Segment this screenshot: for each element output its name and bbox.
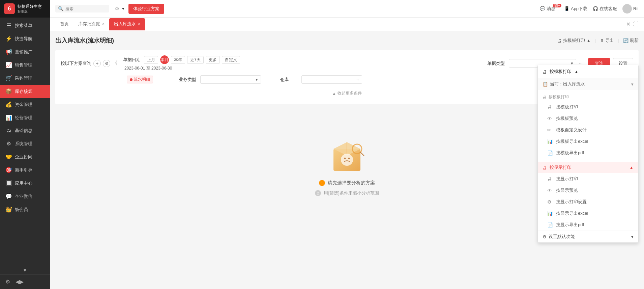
message-icon: 💬 xyxy=(540,6,545,11)
sidebar-item-quick-nav[interactable]: ⚡ 快捷导航 xyxy=(0,32,50,45)
sidebar-item-finance[interactable]: 💰 资金管理 xyxy=(0,98,50,111)
tab-close-btn[interactable]: ✕ xyxy=(626,21,631,27)
sidebar-item-sales[interactable]: 📈 销售管理 xyxy=(0,58,50,72)
display-preview-item[interactable]: 👁 按显示预览 xyxy=(538,185,638,196)
filter-add-btn[interactable]: + xyxy=(93,60,101,67)
sidebar-item-inventory[interactable]: 📦 库存核算 xyxy=(0,85,50,98)
tab-batch-close[interactable]: × xyxy=(102,22,105,26)
display-header-left: 🖨 按显示打印 xyxy=(543,164,572,170)
operations-icon: 📊 xyxy=(5,114,12,121)
collapse-icon[interactable]: ◀▶ xyxy=(16,279,24,285)
template-custom-item[interactable]: ✏ 模板自定义设计 xyxy=(538,124,638,136)
template-preview-item[interactable]: 👁 按模板预览 xyxy=(538,113,638,124)
tab-inventory-flow[interactable]: 出入库流水 × xyxy=(109,18,145,30)
biz-type-label: 业务类型 xyxy=(179,77,198,83)
sidebar-scroll-down[interactable]: ▼ xyxy=(0,266,50,274)
sidebar-item-system[interactable]: ⚙ 系统管理 xyxy=(0,137,50,150)
current-template-row[interactable]: 📋 当前：出入库流水 ▾ xyxy=(538,78,638,90)
sidebar-nav: ☰ 搜索菜单 ⚡ 快捷导航 📢 营销推广 📈 销售管理 🛒 采购管理 📦 库存核… xyxy=(0,18,50,266)
tab-right-actions: ✕ ⛶ xyxy=(626,21,639,27)
tab-inventory-batch[interactable]: 库存批次账 × xyxy=(74,18,109,30)
display-preview-label: 按显示预览 xyxy=(556,187,578,193)
page-header-actions: 🖨 按模板打印 ▲ | ⬆ 导出 | 🔄 刷新 xyxy=(557,37,639,44)
warehouse-more-icon[interactable]: ··· xyxy=(355,77,359,82)
sidebar-logo: 6 畅捷通好生意 标准版 xyxy=(0,0,50,18)
user-avatar-btn[interactable]: Rit xyxy=(622,4,639,14)
tab-home[interactable]: 首页 xyxy=(55,18,74,30)
current-label: 当前：出入库流水 xyxy=(550,81,585,87)
display-settings-label: 按显示打印设置 xyxy=(556,199,587,205)
template-excel-label: 按模板导出excel xyxy=(556,138,588,144)
sidebar-item-enterprise[interactable]: 🤝 企业协同 xyxy=(0,150,50,163)
print-dropdown-header[interactable]: 🖨 按模板打印 ▲ xyxy=(538,65,638,78)
date-btn-more[interactable]: 更多 xyxy=(206,56,220,64)
print-template-btn[interactable]: 🖨 按模板打印 ▲ xyxy=(557,37,591,44)
system-icon: ⚙ xyxy=(5,140,12,147)
sidebar-item-marketing[interactable]: 📢 营销推广 xyxy=(0,45,50,58)
sales-icon: 📈 xyxy=(5,62,12,68)
sidebar-item-search-menu[interactable]: ☰ 搜索菜单 xyxy=(0,19,50,32)
svg-point-3 xyxy=(341,154,353,166)
template-print-item[interactable]: 🖨 按模板打印 xyxy=(538,101,638,113)
filter-collapse-btn[interactable]: 《 xyxy=(112,60,118,67)
dropdown-footer[interactable]: ⚙ 设置默认功能 ▾ xyxy=(538,231,638,242)
current-icon: 📋 xyxy=(543,82,548,87)
chevron-up-icon: ▲ xyxy=(332,91,336,96)
tab-flow-label: 出入库流水 xyxy=(114,21,136,27)
message-btn[interactable]: 💬 消息 99+ xyxy=(540,6,559,12)
display-settings-item[interactable]: ⚙ 按显示打印设置 xyxy=(538,196,638,208)
template-pdf-item[interactable]: 📄 按模板导出pdf xyxy=(538,147,638,159)
app-download-btn[interactable]: 📱 App下载 xyxy=(564,6,587,12)
topbar-dropdown-icon[interactable]: ▾ xyxy=(122,6,124,11)
date-btn-prev-month[interactable]: 上月 xyxy=(144,56,158,64)
display-excel-label: 按显示导出excel xyxy=(556,210,588,216)
topbar-gear-icon[interactable]: ⚙ xyxy=(115,5,119,12)
sidebar-item-app-center[interactable]: 🔲 应用中心 xyxy=(0,177,50,190)
print-header-label: 按模板打印 xyxy=(550,69,572,75)
sidebar-label-wechat: 企业微信 xyxy=(15,193,32,200)
template-print-section: 🖨 按模板打印 🖨 按模板打印 👁 按模板预览 ✏ 模板自定义设计 📊 xyxy=(538,90,638,160)
refresh-btn[interactable]: 🔄 刷新 xyxy=(623,37,639,44)
sidebar-item-new-guide[interactable]: 🎯 新手引导 xyxy=(0,163,50,177)
industry-btn[interactable]: 体验行业方案 xyxy=(128,4,164,14)
sidebar-item-purchase[interactable]: 🛒 采购管理 xyxy=(0,72,50,85)
template-preview-icon: 👁 xyxy=(547,116,553,121)
filter-tag-flow[interactable]: 流水明细 xyxy=(127,76,153,83)
purchase-icon: 🛒 xyxy=(5,75,12,81)
date-btn-this-year[interactable]: 本年 xyxy=(171,56,185,64)
step2-num: 2 xyxy=(315,190,321,196)
display-preview-icon: 👁 xyxy=(547,188,553,193)
page-header: 出入库流水(流水明细) 🖨 按模板打印 ▲ | ⬆ 导出 | 🔄 刷新 xyxy=(55,36,639,45)
search-input[interactable] xyxy=(65,6,106,11)
export-btn[interactable]: ⬆ 导出 xyxy=(600,37,614,44)
tab-flow-close[interactable]: × xyxy=(138,22,140,26)
warehouse-filter: 仓库 ··· xyxy=(280,75,362,84)
template-excel-item[interactable]: 📊 按模板导出excel xyxy=(538,136,638,147)
current-chevron: ▾ xyxy=(631,82,634,87)
search-box[interactable]: 🔍 xyxy=(55,5,109,12)
sidebar-bottom: ⚙ ◀▶ xyxy=(0,274,50,289)
biz-type-select[interactable]: ▾ xyxy=(200,75,261,84)
display-excel-item[interactable]: 📊 按显示导出excel xyxy=(538,208,638,219)
collapse-label: 收起更多条件 xyxy=(338,90,362,96)
tab-maximize-btn[interactable]: ⛶ xyxy=(633,21,639,27)
member-icon: 👑 xyxy=(5,206,12,213)
sidebar-item-wechat[interactable]: 💬 企业微信 xyxy=(0,190,50,203)
warehouse-select[interactable]: ··· xyxy=(301,75,362,84)
date-btn-7days[interactable]: 近7天 xyxy=(187,56,204,64)
sidebar-item-basic-info[interactable]: 🗂 基础信息 xyxy=(0,124,50,137)
print-chevron-icon: ▲ xyxy=(586,38,591,43)
filter-setting-btn[interactable]: ⚙ xyxy=(103,60,110,67)
display-print-item[interactable]: 🖨 按显示打印 xyxy=(538,173,638,185)
settings-icon[interactable]: ⚙ xyxy=(5,279,10,285)
display-section-icon: 🖨 xyxy=(543,165,547,170)
sidebar-item-member[interactable]: 👑 畅会员 xyxy=(0,203,50,216)
date-btn-custom[interactable]: 自定义 xyxy=(222,56,240,64)
display-pdf-item[interactable]: 📄 按显示导出pdf xyxy=(538,219,638,231)
date-btn-current-month[interactable]: 本月 xyxy=(160,55,169,64)
sidebar-item-operations[interactable]: 📊 经营管理 xyxy=(0,111,50,124)
date-filter-row: 单据日期 上月 本月 本年 近7天 更多 自定义 xyxy=(123,55,240,64)
online-service-btn[interactable]: 🎧 在线客服 xyxy=(593,6,617,12)
biz-type-chevron: ▾ xyxy=(256,77,258,82)
display-section-header[interactable]: 🖨 按显示打印 ▲ xyxy=(538,162,638,173)
